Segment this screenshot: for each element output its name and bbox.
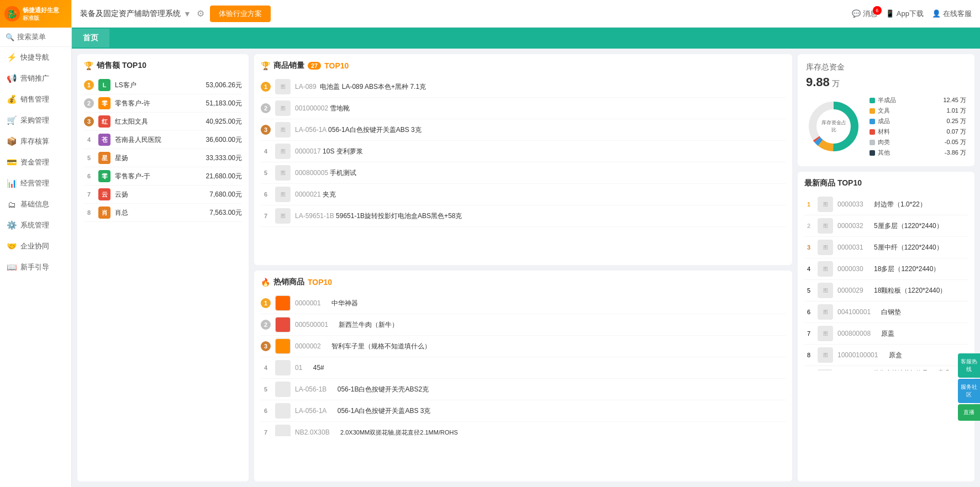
purchase-label: 采购管理 — [20, 115, 49, 125]
legend-list: 半成品 12.45 万 文具 1.01 万 成品 0.25 万 — [870, 95, 966, 158]
product-thumb: 图 — [818, 240, 833, 255]
donut-chart: 库存资金占比 — [806, 99, 861, 154]
list-item: 8 图 10000100001 原盒 — [804, 345, 968, 366]
finance-icon: 💳 — [7, 157, 17, 167]
finance-label: 资金管理 — [20, 157, 49, 167]
operations-label: 经营管理 — [20, 178, 49, 188]
sales-top10-card: 🏆 销售额 TOP10 1 L LS客户 53,006.26元 2 — [77, 54, 249, 481]
sidebar-item-basics[interactable]: 🗂 基础信息 — [0, 194, 71, 215]
list-item: 5 图 0000029 18颗粒板（1220*2440） — [804, 280, 968, 301]
legend-dot — [870, 129, 875, 135]
online-service-label: 在线客服 — [943, 9, 972, 19]
sidebar: 🐉 畅捷通好生意 标准版 🔍 搜索菜单 ⚡ 快捷导航 📢 营销推广 💰 销售管理… — [0, 0, 72, 487]
list-item: 2 图 0000032 5厘多层（1220*2440） — [804, 215, 968, 237]
sidebar-item-marketing[interactable]: 📢 营销推广 — [0, 68, 71, 89]
list-item: 6 图 004100001 白钢垫 — [804, 301, 968, 323]
inventory-label: 库存核算 — [20, 136, 49, 146]
product-thumb: 图 — [818, 326, 833, 341]
list-item: 1 图 0000033 封边带（1.0*22） — [804, 194, 968, 215]
inventory-amount: 9.88 万 — [806, 75, 966, 89]
right-panel: 库存总资金 9.88 万 — [798, 54, 974, 481]
sidebar-item-inventory[interactable]: 📦 库存核算 — [0, 131, 71, 152]
rank-num: 6 — [261, 189, 271, 199]
product-thumb: 图 — [818, 347, 833, 363]
trophy-icon2: 🏆 — [261, 61, 270, 70]
product-thumb — [275, 382, 291, 397]
guide-icon: 📖 — [7, 262, 17, 272]
list-item: 7 图 000800008 原盖 — [804, 323, 968, 345]
product-thumb: 图 — [275, 100, 291, 116]
header-right: 💬 消息 6 📱 App下载 👤 在线客服 — [852, 9, 972, 19]
product-sales-card: 🏆 商品销量 27 TOP10 1 图 LA-089 电池 — [254, 54, 792, 265]
list-item: 5 图 000800005 手机测试 — [261, 162, 786, 184]
logo-icon: 🐉 — [4, 6, 20, 22]
sidebar-item-operations[interactable]: 📊 经营管理 — [0, 173, 71, 194]
online-service-btn[interactable]: 👤 在线客服 — [932, 9, 972, 19]
customer-badge: L — [98, 79, 110, 91]
product-thumb: 图 — [818, 283, 833, 298]
list-item: 5 星 星扬 33,333.00元 — [84, 149, 242, 167]
message-icon: 💬 — [852, 9, 861, 18]
list-item: 9 图 0000028 体娴嘉枝味苏打饮品400毫升（1*15） — [804, 366, 968, 370]
messages-badge: 6 — [873, 6, 882, 15]
list-item: 6 LA-056-1A 056-1A白色按键开关盖ABS 3克 — [261, 400, 786, 422]
service-icon: 👤 — [932, 9, 941, 18]
product-info: 0000017 10S 变利萝浆 — [295, 147, 786, 156]
latest-products-list[interactable]: 1 图 0000033 封边带（1.0*22） 2 图 0000032 5厘多层… — [804, 194, 968, 370]
latest-title: 最新商品 TOP10 — [804, 178, 968, 188]
tab-bar: 首页 — [72, 28, 980, 49]
quick-nav-icon: ⚡ — [7, 52, 17, 62]
rank-num: 4 — [84, 135, 94, 145]
tab-home[interactable]: 首页 — [72, 29, 109, 47]
legend-dot — [870, 140, 875, 145]
rank-medal: 3 — [84, 117, 94, 126]
product-thumb: 图 — [818, 261, 833, 277]
sales-icon: 💰 — [7, 94, 17, 104]
sidebar-item-guide[interactable]: 📖 新手引导 — [0, 257, 71, 278]
legend-item: 文具 1.01 万 — [870, 105, 966, 116]
list-item: 7 图 LA-59651-1B 59651-1B旋转投影灯电池盒ABS黑色+58… — [261, 205, 786, 227]
list-item: 2 000500001 新西兰牛肉（新牛） — [261, 314, 786, 336]
sidebar-item-sales[interactable]: 💰 销售管理 — [0, 89, 71, 110]
product-thumb: 图 — [818, 197, 833, 212]
try-btn[interactable]: 体验行业方案 — [210, 6, 271, 22]
hot-products-list[interactable]: 1 0000001 中华神器 2 000500001 新西兰牛肉（新牛） — [261, 293, 786, 436]
customer-badge: 零 — [98, 97, 110, 109]
sidebar-item-system[interactable]: ⚙️ 系统管理 — [0, 215, 71, 236]
rank-num: 4 — [261, 146, 271, 156]
product-thumb: 图 — [817, 369, 833, 370]
list-item: 1 0000001 中华神器 — [261, 293, 786, 314]
sidebar-item-finance[interactable]: 💳 资金管理 — [0, 152, 71, 173]
product-thumb — [275, 403, 291, 419]
product-info: LA-089 电池盖 LA-089 ABS本色+黑种 7.1克 — [295, 82, 786, 92]
product-info: 000800005 手机测试 — [295, 168, 786, 178]
list-item: 5 LA-056-1B 056-1B白色按键开关壳ABS2克 — [261, 379, 786, 400]
float-community[interactable]: 服务社区 — [958, 379, 980, 403]
list-item: 1 L LS客户 53,006.26元 — [84, 76, 242, 94]
marketing-label: 营销推广 — [20, 73, 49, 83]
settings-icon[interactable]: ⚙ — [197, 8, 204, 19]
app-download-btn[interactable]: 📱 App下载 — [886, 9, 924, 19]
sales-title: 🏆 销售额 TOP10 — [84, 61, 242, 71]
float-customer-service[interactable]: 客服热线 — [958, 353, 980, 378]
sidebar-item-enterprise[interactable]: 🤝 企业协同 — [0, 236, 71, 257]
hot-products-title: 🔥 热销商品 TOP10 — [261, 277, 786, 287]
legend-dot — [870, 108, 875, 114]
sales-list: 1 L LS客户 53,006.26元 2 零 零售客户-许 51,183.00… — [84, 76, 242, 222]
product-sales-list[interactable]: 1 图 LA-089 电池盖 LA-089 ABS本色+黑种 7.1克 2 图 — [261, 76, 786, 227]
list-item: 3 图 LA-056-1A 056-1A白色按键开关盖ABS 3克 — [261, 119, 786, 141]
product-thumb — [275, 317, 291, 332]
quick-nav-label: 快捷导航 — [20, 52, 49, 62]
product-thumb — [275, 295, 291, 311]
float-live[interactable]: 直播 — [958, 404, 980, 421]
system-name: 装备及固定资产辅助管理系统 ▼ — [80, 9, 191, 19]
trophy-icon: 🏆 — [84, 61, 93, 70]
search-menu[interactable]: 🔍 搜索菜单 — [0, 28, 71, 47]
chevron-down-icon[interactable]: ▼ — [183, 9, 191, 18]
product-info: 0000021 夹克 — [295, 190, 786, 199]
enterprise-icon: 🤝 — [7, 241, 17, 251]
list-item: 4 图 0000030 18多层（1220*2440） — [804, 258, 968, 280]
messages-btn[interactable]: 💬 消息 6 — [852, 9, 877, 19]
sidebar-item-purchase[interactable]: 🛒 采购管理 — [0, 110, 71, 131]
sidebar-item-quick-nav[interactable]: ⚡ 快捷导航 — [0, 47, 71, 68]
